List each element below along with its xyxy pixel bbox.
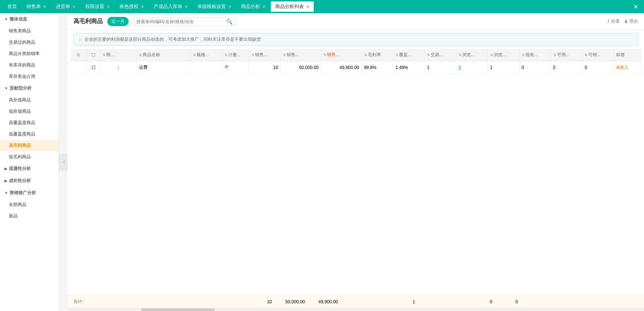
- horizontal-scrollbar[interactable]: [68, 308, 644, 311]
- sidebar-group-marketing[interactable]: ▼ 营销推广分析: [0, 187, 58, 199]
- sidebar-group-growth-label: 成长性分析: [9, 178, 31, 184]
- tab-permission[interactable]: 权限设置 ✕: [81, 1, 114, 12]
- sidebar-collapse-btn[interactable]: 《: [59, 153, 68, 171]
- export-btn[interactable]: ⬇ 导出: [624, 18, 638, 25]
- tab-sales-label: 销售单: [26, 3, 41, 10]
- col-sales-cost-header[interactable]: ⇅销售...: [321, 49, 361, 61]
- sidebar-item-low-value[interactable]: 低价值商品: [0, 106, 58, 117]
- search-box: 🔍: [133, 17, 236, 26]
- sidebar-item-stock-capital[interactable]: 库存资金占用: [0, 71, 58, 82]
- row-sales-cost: 49,900.00: [321, 61, 361, 74]
- row-current-stock: 0: [519, 61, 551, 74]
- share-label: 分享: [611, 18, 620, 25]
- tab-analysis-label: 商品分析: [241, 3, 260, 10]
- col-available-header[interactable]: ⇅可用...: [551, 49, 582, 61]
- table-wrapper[interactable]: ⚙ ☐ ⇅商... ⇅商品名称 ⇅规格... ⇅计量... ⇅销售... ⇅销售…: [68, 49, 644, 295]
- footer-available: 0: [494, 299, 520, 304]
- col-spec-header[interactable]: ⇅规格...: [190, 49, 222, 61]
- tab-analysis-list[interactable]: 商品分析列表 ✕: [271, 1, 314, 12]
- sidebar-item-high-value[interactable]: 高价值商品: [0, 94, 58, 106]
- row-sales-amount: 50,000.00: [280, 61, 321, 74]
- window-close-btn[interactable]: ✕: [630, 3, 641, 10]
- sidebar-item-category-rate[interactable]: 商品分类助销率: [0, 48, 58, 59]
- sidebar-group-overall[interactable]: ▼ 整体信息: [0, 13, 58, 25]
- footer-label: 合计:: [73, 299, 103, 305]
- sidebar-item-new-goods[interactable]: 新品: [0, 210, 58, 222]
- tab-template-close[interactable]: ✕: [228, 4, 231, 9]
- sidebar-group-growth[interactable]: ▶ 成长性分析: [0, 175, 58, 187]
- col-margin-header[interactable]: ⇅毛利率: [361, 49, 393, 61]
- data-table: ⚙ ☐ ⇅商... ⇅商品名称 ⇅规格... ⇅计量... ⇅销售... ⇅销售…: [71, 49, 641, 74]
- sidebar-item-in-stock[interactable]: 有库存的商品: [0, 59, 58, 71]
- share-btn[interactable]: ⤴ 分享: [607, 18, 620, 25]
- search-input[interactable]: [136, 19, 224, 24]
- tab-analysis[interactable]: 商品分析 ✕: [237, 1, 270, 12]
- col-current-stock-header[interactable]: ⇅现有...: [519, 49, 551, 61]
- sidebar-group-flow-label: 流通性分析: [9, 166, 31, 172]
- tab-sales-close[interactable]: ✕: [43, 4, 46, 9]
- tab-purchase-label: 进货单: [56, 3, 70, 10]
- tab-permission-label: 权限设置: [85, 3, 104, 10]
- marketing-arrow-icon: ▼: [4, 191, 8, 195]
- col-view2-header[interactable]: ⇅浏览...: [488, 49, 519, 61]
- row-tag: 高收入: [614, 61, 641, 74]
- tab-role-close[interactable]: ✕: [141, 4, 144, 9]
- row-checkbox[interactable]: ☐: [87, 61, 100, 74]
- row-view1[interactable]: 0: [456, 61, 488, 74]
- tab-permission-close[interactable]: ✕: [107, 4, 110, 9]
- row-trade: 1: [425, 61, 456, 74]
- footer-trade: 1: [392, 299, 417, 304]
- tab-bar: 首页 销售单 ✕ 进货单 ✕ 权限设置 ✕ 角色授权 ✕ 产成品入库单 ✕ 单据…: [0, 0, 644, 13]
- sidebar-group-marketing-label: 营销推广分析: [10, 190, 36, 196]
- col-name-header[interactable]: ⇅商品名称: [136, 49, 190, 61]
- footer-bar: 合计: 10 50,000.00 49,900.00 1 0 0: [68, 295, 644, 308]
- col-sales-qty-header[interactable]: ⇅销售...: [249, 49, 281, 61]
- tab-production[interactable]: 产成品入库单 ✕: [149, 1, 192, 12]
- row-unit: 个: [222, 61, 249, 74]
- footer-sales-amount: 50,000.00: [274, 299, 307, 304]
- sidebar-group-contribution[interactable]: ▼ 贡献型分析: [0, 82, 58, 94]
- col-checkbox-header[interactable]: ☐: [87, 49, 100, 61]
- sidebar-item-sales-goods[interactable]: 销售类商品: [0, 25, 58, 37]
- content-header: 高毛利商品 近一月 🔍 ⤴ 分享 ⬇ 导出: [68, 13, 644, 30]
- col-view1-header[interactable]: ⇅浏览...: [456, 49, 488, 61]
- col-trade-header[interactable]: ⇅交易...: [425, 49, 456, 61]
- export-icon: ⬇: [624, 19, 628, 24]
- sidebar-item-traded-goods[interactable]: 交易过的商品: [0, 37, 58, 48]
- sidebar-group-overall-label: 整体信息: [10, 16, 27, 22]
- row-settings[interactable]: [71, 61, 87, 74]
- tab-sales[interactable]: 销售单 ✕: [22, 1, 51, 12]
- col-sales-amount-header[interactable]: ⇅销售...: [280, 49, 321, 61]
- tab-role[interactable]: 角色授权 ✕: [115, 1, 148, 12]
- col-settings[interactable]: ⚙: [71, 49, 87, 61]
- sidebar-item-high-margin[interactable]: 高毛利商品: [0, 140, 58, 151]
- search-icon[interactable]: 🔍: [226, 19, 233, 25]
- sidebar-item-low-coverage[interactable]: 低覆盖度商品: [0, 129, 58, 140]
- sidebar-group-flow[interactable]: ▶ 流通性分析: [0, 163, 58, 175]
- row-name: 运费: [136, 61, 190, 74]
- tab-production-close[interactable]: ✕: [184, 4, 188, 9]
- tab-purchase-close[interactable]: ✕: [72, 4, 76, 9]
- header-actions: ⤴ 分享 ⬇ 导出: [607, 18, 638, 25]
- filter-recent-month-btn[interactable]: 近一月: [107, 17, 129, 26]
- row-coverage: 1.49%: [393, 61, 425, 74]
- col-unit-header[interactable]: ⇅计量...: [222, 49, 249, 61]
- tab-purchase[interactable]: 进货单 ✕: [51, 1, 80, 12]
- sidebar-item-all-goods[interactable]: 全部商品: [0, 199, 58, 210]
- tab-analysis-close[interactable]: ✕: [262, 4, 266, 9]
- col-tag-header[interactable]: 标签: [614, 49, 641, 61]
- col-saleable-header[interactable]: ⇅可销...: [582, 49, 614, 61]
- tab-analysis-list-close[interactable]: ✕: [306, 4, 309, 9]
- sidebar-item-high-coverage[interactable]: 高覆盖度商品: [0, 117, 58, 129]
- col-coverage-header[interactable]: ⇅覆盖...: [393, 49, 425, 61]
- info-icon: ☆: [78, 37, 82, 42]
- tab-template[interactable]: 单据模板设置 ✕: [193, 1, 236, 12]
- tab-template-label: 单据模板设置: [197, 3, 226, 10]
- tab-home[interactable]: 首页: [3, 1, 21, 12]
- col-code-header[interactable]: ⇅商...: [100, 49, 136, 61]
- tab-role-label: 角色授权: [119, 3, 138, 10]
- footer-sales-cost: 49,900.00: [307, 299, 340, 304]
- info-text: 企业的主要的利润都是这部分商品创造的，可考虑加大推广，同时关注库存是不要出现缺货: [84, 36, 261, 43]
- row-spec: [190, 61, 222, 74]
- sidebar-item-low-margin[interactable]: 低毛利商品: [0, 151, 58, 163]
